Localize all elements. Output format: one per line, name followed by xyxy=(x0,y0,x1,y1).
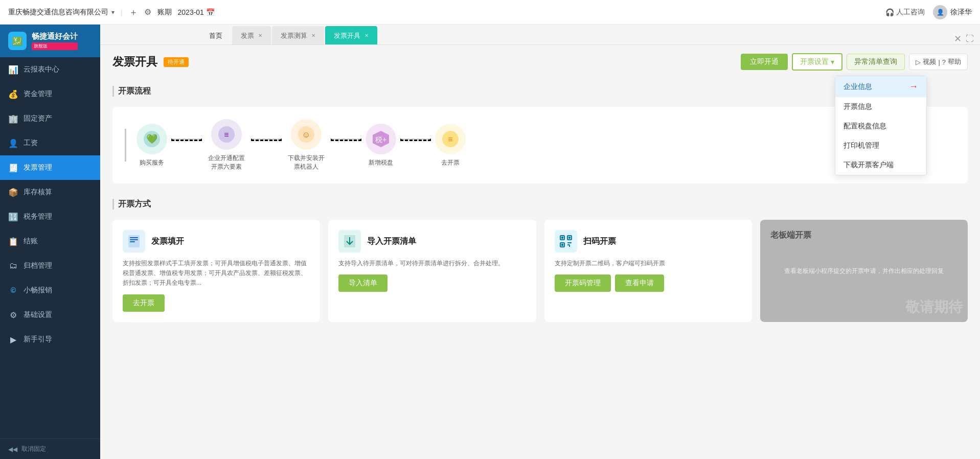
card-header: 发票填开 xyxy=(123,230,310,253)
add-company-button[interactable]: ＋ xyxy=(129,6,138,18)
tab-home[interactable]: 首页 xyxy=(200,26,231,44)
flow-step-5: ≡ 去开票 xyxy=(435,124,466,167)
sidebar-item-label: 结账 xyxy=(24,237,92,246)
sidebar-item-label: 归档管理 xyxy=(24,261,92,270)
page-title: 发票开具 xyxy=(112,54,157,70)
dropdown-item-download[interactable]: 下载开票客户端 xyxy=(835,155,926,175)
divider: | xyxy=(121,8,123,16)
settings-dropdown-menu: 企业信息 → 开票信息 配置税盘信息 打印机管理 下 xyxy=(835,76,927,175)
sidebar-item-guding[interactable]: 🏢 固定资产 xyxy=(0,106,100,131)
sidebar-item-xiaochang[interactable]: © 小畅报销 xyxy=(0,278,100,303)
sidebar-item-kucun[interactable]: 📦 库存核算 xyxy=(0,180,100,204)
sidebar-item-label: 资金管理 xyxy=(24,89,92,99)
sidebar-item-fapiao[interactable]: 🧾 发票管理 xyxy=(0,155,100,180)
logo-inner: 畅捷通好会计 旗舰版 xyxy=(32,32,78,50)
payment-section-title: 开票方式 xyxy=(112,199,968,210)
svg-rect-21 xyxy=(561,244,563,246)
svg-text:≡: ≡ xyxy=(224,130,229,139)
step-divider xyxy=(251,139,282,141)
user-info-button[interactable]: 👤 徐泽华 xyxy=(933,5,972,19)
dropdown-item-label: 打印机管理 xyxy=(844,141,879,150)
card-title: 扫码开票 xyxy=(583,236,616,247)
tab-fapiao[interactable]: 发票 ✕ xyxy=(232,26,271,44)
tab-label: 发票 xyxy=(241,31,254,40)
svg-rect-20 xyxy=(568,237,571,239)
page-actions: 立即开通 开票设置 ▾ 异常清单查询 ▷ 视频 | ? 帮助 xyxy=(741,53,968,71)
fapiao-icon: 🧾 xyxy=(8,163,18,173)
logo-badge: 旗舰版 xyxy=(32,42,78,50)
card-title: 发票填开 xyxy=(151,236,184,247)
tab-bar: 首页 发票 ✕ 发票测算 ✕ 发票开具 ✕ ✕ ⛶ xyxy=(100,25,980,45)
dropdown-item-taxdisk[interactable]: 配置税盘信息 xyxy=(835,117,926,136)
sidebar-item-label: 基础设置 xyxy=(24,310,92,319)
shuiwu-icon: 🔢 xyxy=(8,212,18,222)
user-name: 徐泽华 xyxy=(950,8,972,17)
close-tab-icon[interactable]: ✕ xyxy=(364,33,369,38)
tab-fapiaocesuan[interactable]: 发票测算 ✕ xyxy=(272,26,324,44)
logo-text: 畅捷通好会计 xyxy=(32,32,78,41)
svg-rect-19 xyxy=(561,237,563,239)
dropdown-item-company[interactable]: 企业信息 → xyxy=(835,76,926,97)
expand-window-button[interactable]: ⛶ xyxy=(966,34,974,43)
zijin-icon: 💰 xyxy=(8,89,18,99)
sidebar-item-jichushezhi[interactable]: ⚙ 基础设置 xyxy=(0,303,100,327)
payment-section: 开票方式 发票填开 支持按照发票样式手工填开发票；可开具增值税电子普通发票、增值… xyxy=(112,199,968,322)
sidebar-item-zijin[interactable]: 💰 资金管理 xyxy=(0,82,100,106)
overlay-desc: 查看老板端小程序提交的开票申请，并作出相应的处理回复 xyxy=(776,266,952,276)
company-name: 重庆畅捷交通信息咨询有限公司 xyxy=(8,8,108,17)
dropdown-item-label: 下载开票客户端 xyxy=(844,160,894,170)
anomaly-list-button[interactable]: 异常清单查询 xyxy=(847,54,905,70)
settings-dropdown-button[interactable]: 开票设置 ▾ xyxy=(792,53,842,71)
dropdown-item-invoice[interactable]: 开票信息 xyxy=(835,97,926,117)
qr-manage-button[interactable]: 开票码管理 xyxy=(555,274,611,292)
svg-rect-11 xyxy=(130,237,138,238)
flow-step-4: 税+ 新增税盘 xyxy=(366,124,396,167)
step-divider xyxy=(171,139,202,141)
company-selector[interactable]: 重庆畅捷交通信息咨询有限公司 ▾ xyxy=(8,8,115,17)
close-window-button[interactable]: ✕ xyxy=(954,33,962,44)
sidebar-item-guidang[interactable]: 🗂 归档管理 xyxy=(0,254,100,278)
boss-card-overlay: 查看老板端小程序提交的开票申请，并作出相应的处理回复 敬请期待 xyxy=(760,220,968,322)
close-tab-icon[interactable]: ✕ xyxy=(258,33,262,38)
payment-grid: 发票填开 支持按照发票样式手工填开发票；可开具增值税电子普通发票、增值税普通发票… xyxy=(112,220,968,322)
sidebar-item-shuiwu[interactable]: 🔢 税务管理 xyxy=(0,204,100,229)
dropdown-item-printer[interactable]: 打印机管理 xyxy=(835,136,926,155)
svg-rect-12 xyxy=(130,239,138,240)
sidebar-item-label: 固定资产 xyxy=(24,114,92,123)
close-tab-icon[interactable]: ✕ xyxy=(311,33,315,38)
settings-icon[interactable]: ⚙ xyxy=(144,7,151,17)
dropdown-item-label: 配置税盘信息 xyxy=(844,122,886,131)
svg-text:☺: ☺ xyxy=(302,130,310,139)
gongzi-icon: 👤 xyxy=(8,138,18,148)
activate-button[interactable]: 立即开通 xyxy=(741,54,788,70)
svg-text:💚: 💚 xyxy=(146,133,158,145)
card-title: 导入开票清单 xyxy=(367,236,416,247)
flow-step-1: 💚 购买服务 xyxy=(136,124,167,167)
sidebar-item-gongzi[interactable]: 👤 工资 xyxy=(0,131,100,155)
tab-fapiaokaipu[interactable]: 发票开具 ✕ xyxy=(325,26,377,44)
support-button[interactable]: 🎧 人工咨询 xyxy=(885,8,925,17)
scan-invoice-icon xyxy=(555,230,577,253)
go-invoice-button[interactable]: 去开票 xyxy=(123,294,165,312)
tab-label: 发票测算 xyxy=(281,31,307,40)
chevron-down-icon: ▾ xyxy=(111,9,115,16)
import-list-button[interactable]: 导入清单 xyxy=(338,274,388,292)
page-header: 发票开具 待开通 立即开通 开票设置 ▾ 异常清单查询 ▷ 视频 | ? xyxy=(100,45,980,76)
sidebar-item-xinshouyin[interactable]: ▶ 新手引导 xyxy=(0,327,100,352)
guding-icon: 🏢 xyxy=(8,113,18,124)
card-header: 扫码开票 xyxy=(555,230,742,253)
collapse-icon: ◀◀ xyxy=(8,446,17,453)
video-help-button[interactable]: ▷ 视频 | ? 帮助 xyxy=(909,54,968,70)
kucun-icon: 📦 xyxy=(8,187,18,197)
view-application-button[interactable]: 查看申请 xyxy=(615,274,664,292)
sidebar-item-yunbao[interactable]: 📊 云报表中心 xyxy=(0,57,100,82)
sidebar-item-label: 税务管理 xyxy=(24,212,92,221)
arrow-icon: → xyxy=(909,81,918,92)
manual-invoice-icon xyxy=(123,230,145,253)
sidebar-item-jiezhang[interactable]: 📋 结账 xyxy=(0,229,100,254)
guidang-icon: 🗂 xyxy=(8,261,18,271)
calendar-icon[interactable]: 📅 xyxy=(206,8,215,16)
avatar: 👤 xyxy=(933,5,947,19)
collapse-sidebar-button[interactable]: ◀◀ 取消固定 xyxy=(0,439,100,459)
step3-label: 下载并安装开票机器人 xyxy=(286,154,327,171)
